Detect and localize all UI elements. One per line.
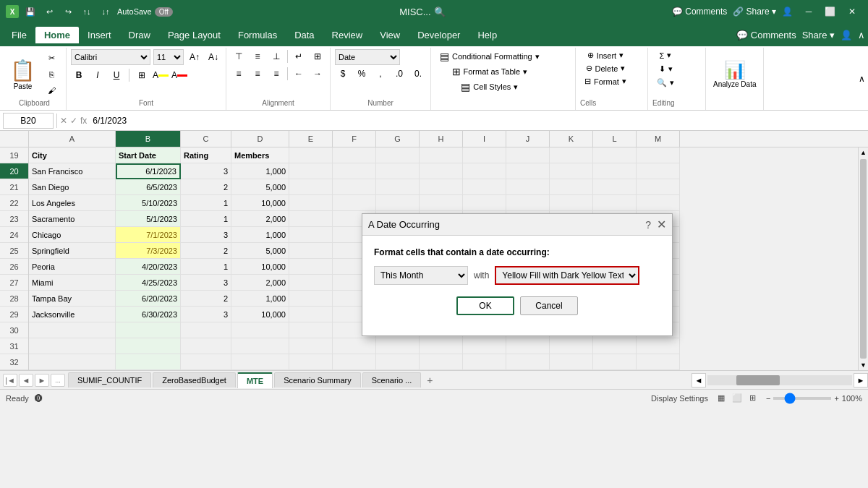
sort-asc-btn[interactable]: ↑↓ [80, 4, 94, 19]
increase-font-btn[interactable]: A↑ [187, 50, 203, 64]
cell-b27[interactable]: 4/25/2023 [116, 275, 181, 291]
cell-e25[interactable] [289, 243, 333, 259]
dialog-cancel-btn[interactable]: Cancel [520, 296, 578, 315]
row-num-29[interactable]: 29 [0, 307, 28, 322]
cell-b32[interactable] [116, 354, 181, 370]
save-quick-btn[interactable]: 💾 [23, 4, 38, 19]
cell-m21[interactable] [637, 179, 680, 195]
tab-review[interactable]: Review [323, 27, 372, 43]
cell-k19[interactable] [550, 147, 593, 163]
cell-d24[interactable]: 1,000 [231, 227, 289, 243]
cell-e21[interactable] [289, 179, 333, 195]
cell-f31[interactable] [333, 338, 376, 354]
cell-a30[interactable] [29, 322, 116, 338]
cell-i22[interactable] [463, 195, 506, 211]
cell-e24[interactable] [289, 227, 333, 243]
cell-h22[interactable] [420, 195, 463, 211]
cell-c27[interactable]: 3 [181, 275, 231, 291]
formula-confirm-icon[interactable]: ✓ [70, 116, 77, 126]
cell-h19[interactable] [420, 147, 463, 163]
cell-b20[interactable]: 6/1/2023 [116, 163, 181, 179]
cell-b28[interactable]: 6/20/2023 [116, 291, 181, 307]
cell-k20[interactable] [550, 163, 593, 179]
cell-i32[interactable] [463, 354, 506, 370]
cell-b24[interactable]: 7/1/2023 [116, 227, 181, 243]
cell-a23[interactable]: Sacramento [29, 211, 116, 227]
align-center-btn[interactable]: ≡ [250, 67, 265, 81]
cell-k21[interactable] [550, 179, 593, 195]
decrease-decimal-btn[interactable]: 0. [410, 67, 426, 81]
cell-l20[interactable] [593, 163, 637, 179]
cell-g20[interactable] [376, 163, 420, 179]
cell-e28[interactable] [289, 291, 333, 307]
cell-e20[interactable] [289, 163, 333, 179]
format-as-table-btn[interactable]: ⊞ Format as Table ▾ [448, 64, 532, 79]
display-settings-btn[interactable]: Display Settings [651, 394, 708, 403]
col-header-j[interactable]: J [506, 131, 550, 147]
cell-a19[interactable]: City [29, 147, 116, 163]
sheet-scroll-right[interactable]: ► [854, 373, 868, 388]
cell-b25[interactable]: 7/3/2023 [116, 243, 181, 259]
cell-m19[interactable] [637, 147, 680, 163]
close-btn[interactable]: ✕ [842, 4, 862, 20]
share-btn[interactable]: 🔗 Share ▾ [733, 7, 776, 17]
col-header-f[interactable]: F [333, 131, 376, 147]
dialog-ok-btn[interactable]: OK [456, 296, 514, 315]
increase-indent-btn[interactable]: → [310, 67, 326, 81]
cell-c24[interactable]: 3 [181, 227, 231, 243]
col-header-e[interactable]: E [289, 131, 333, 147]
cell-j22[interactable] [506, 195, 550, 211]
cell-e29[interactable] [289, 307, 333, 322]
cell-m31[interactable] [637, 338, 680, 354]
scroll-up-btn[interactable]: ▲ [859, 147, 868, 158]
cell-e26[interactable] [289, 259, 333, 275]
cell-c32[interactable] [181, 354, 231, 370]
page-break-view-btn[interactable]: ⊞ [746, 391, 760, 406]
zoom-out-btn[interactable]: − [766, 394, 770, 403]
tab-draw[interactable]: Draw [120, 27, 159, 43]
cell-e22[interactable] [289, 195, 333, 211]
cell-c28[interactable]: 2 [181, 291, 231, 307]
ribbon-collapse-btn[interactable]: ∧ [859, 48, 865, 110]
page-layout-view-btn[interactable]: ⬜ [730, 391, 744, 406]
paste-button[interactable]: 📋 Paste [7, 57, 38, 92]
border-btn[interactable]: ⊞ [134, 68, 150, 82]
horizontal-scrollbar[interactable] [707, 375, 852, 385]
cell-d27[interactable]: 2,000 [231, 275, 289, 291]
cell-e32[interactable] [289, 354, 333, 370]
cell-f20[interactable] [333, 163, 376, 179]
scrollbar-thumb[interactable] [860, 159, 867, 359]
cell-l19[interactable] [593, 147, 637, 163]
cell-c25[interactable]: 2 [181, 243, 231, 259]
cell-g32[interactable] [376, 354, 420, 370]
cell-d26[interactable]: 10,000 [231, 259, 289, 275]
dialog-format-select[interactable]: Light Red Fill with Dark Red Text Yellow… [495, 266, 639, 285]
cell-k31[interactable] [550, 338, 593, 354]
sheet-tab-mte[interactable]: MTE [237, 372, 273, 388]
cell-b29[interactable]: 6/30/2023 [116, 307, 181, 322]
cell-g31[interactable] [376, 338, 420, 354]
cell-j20[interactable] [506, 163, 550, 179]
cell-c29[interactable]: 3 [181, 307, 231, 322]
sheet-nav-last[interactable]: ... [51, 374, 65, 387]
cell-c20[interactable]: 3 [181, 163, 231, 179]
cell-j21[interactable] [506, 179, 550, 195]
cell-g19[interactable] [376, 147, 420, 163]
cell-a27[interactable]: Miami [29, 275, 116, 291]
cell-m32[interactable] [637, 354, 680, 370]
cell-e23[interactable] [289, 211, 333, 227]
cell-h31[interactable] [420, 338, 463, 354]
cell-b31[interactable] [116, 338, 181, 354]
merge-btn[interactable]: ⊞ [310, 49, 326, 64]
col-header-d[interactable]: D [231, 131, 289, 147]
col-header-i[interactable]: I [463, 131, 506, 147]
comments-tab[interactable]: 💬 Comments [672, 7, 727, 17]
cell-g22[interactable] [376, 195, 420, 211]
cell-c19[interactable]: Rating [181, 147, 231, 163]
cell-c26[interactable]: 1 [181, 259, 231, 275]
insert-btn[interactable]: ⊕ Insert ▾ [583, 49, 629, 61]
cell-d19[interactable]: Members [231, 147, 289, 163]
ribbon-account[interactable]: 👤 [841, 30, 852, 40]
cell-e30[interactable] [289, 322, 333, 338]
ribbon-comments[interactable]: 💬 Comments [736, 30, 796, 40]
